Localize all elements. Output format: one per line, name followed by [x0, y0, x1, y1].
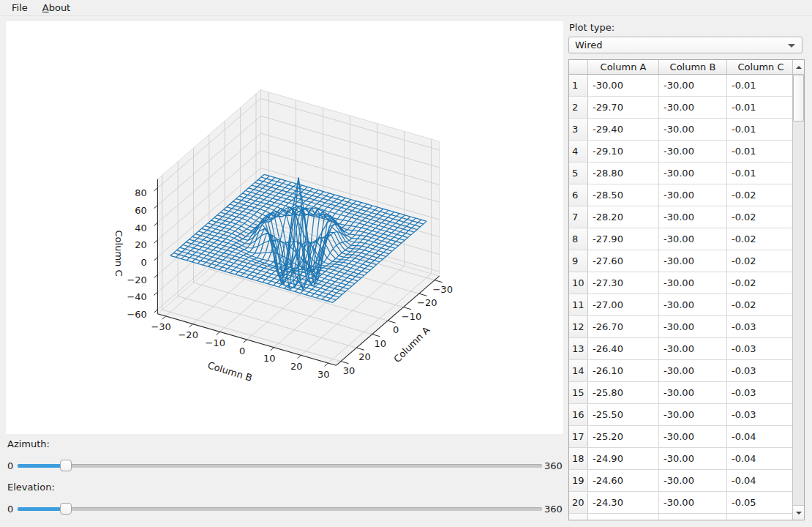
table-row[interactable]: 5-28.80-30.00-0.01: [569, 162, 794, 184]
table-cell[interactable]: -25.20: [588, 426, 659, 447]
azimuth-slider[interactable]: [18, 460, 542, 471]
table-cell[interactable]: -30.00: [659, 382, 727, 403]
table-row[interactable]: 14-26.10-30.00-0.03: [569, 360, 794, 382]
table-row[interactable]: 8-27.90-30.00-0.02: [569, 228, 794, 250]
table-row[interactable]: 6-28.50-30.00-0.02: [569, 184, 794, 206]
table-cell[interactable]: -0.01: [727, 75, 794, 96]
table-cell[interactable]: -30.00: [659, 250, 727, 272]
table-cell[interactable]: -27.90: [588, 228, 659, 250]
table-cell[interactable]: -30.00: [588, 75, 659, 96]
table-row[interactable]: 9-27.60-30.00-0.02: [569, 250, 794, 272]
azimuth-slider-track[interactable]: [18, 464, 542, 468]
table-cell[interactable]: -30.00: [659, 294, 727, 315]
table-cell[interactable]: -27.30: [588, 272, 659, 294]
table-cell[interactable]: -0.02: [727, 228, 794, 250]
table-cell[interactable]: -27.60: [588, 250, 659, 272]
table-cell[interactable]: [659, 514, 727, 520]
row-number[interactable]: 20: [569, 492, 588, 513]
table-cell[interactable]: [727, 514, 794, 520]
table-row[interactable]: 17-25.20-30.00-0.04: [569, 426, 794, 448]
table-cell[interactable]: [588, 514, 659, 520]
table-cell[interactable]: -26.70: [588, 316, 659, 337]
row-number[interactable]: 19: [569, 470, 588, 491]
table-cell[interactable]: -30.00: [659, 228, 727, 250]
menu-item-file[interactable]: File: [4, 1, 35, 14]
table-cell[interactable]: -29.70: [588, 97, 659, 118]
table-cell[interactable]: -0.01: [727, 119, 794, 140]
menu-item-about[interactable]: About: [35, 1, 78, 14]
table-cell[interactable]: -30.00: [659, 404, 727, 425]
table-cell[interactable]: -28.80: [588, 162, 659, 184]
table-cell[interactable]: -28.20: [588, 206, 659, 228]
table-row[interactable]: 4-29.10-30.00-0.01: [569, 141, 794, 162]
elevation-slider-track[interactable]: [18, 507, 542, 511]
table-row[interactable]: 13-26.40-30.00-0.03: [569, 338, 794, 360]
table-cell[interactable]: -29.10: [588, 141, 659, 162]
table-cell[interactable]: -30.00: [659, 426, 727, 447]
table-cell[interactable]: -30.00: [659, 470, 727, 491]
row-number[interactable]: 4: [569, 141, 588, 162]
row-number[interactable]: 11: [569, 294, 588, 315]
table-row[interactable]: 19-24.60-30.00-0.04: [569, 470, 794, 492]
table-cell[interactable]: -0.01: [727, 97, 794, 118]
table-row[interactable]: 1-30.00-30.00-0.01: [569, 75, 794, 97]
table-header-column-c[interactable]: Column C: [727, 60, 794, 74]
table-cell[interactable]: -30.00: [659, 448, 727, 469]
table-cell[interactable]: -28.50: [588, 184, 659, 206]
plot-canvas[interactable]: −30−20−100102030−30−20−10010203080604020…: [6, 21, 563, 434]
row-number[interactable]: 3: [569, 119, 588, 140]
table-vertical-scrollbar[interactable]: [792, 60, 804, 520]
row-number[interactable]: 6: [569, 184, 588, 206]
table-cell[interactable]: -30.00: [659, 162, 727, 184]
table-cell[interactable]: -0.05: [727, 492, 794, 513]
table-header-column-a[interactable]: Column A: [588, 60, 659, 74]
table-cell[interactable]: -26.10: [588, 360, 659, 381]
table-cell[interactable]: -25.50: [588, 404, 659, 425]
row-number[interactable]: 2: [569, 97, 588, 118]
row-number[interactable]: [569, 514, 588, 520]
row-number[interactable]: 17: [569, 426, 588, 447]
table-cell[interactable]: -30.00: [659, 316, 727, 337]
table-row[interactable]: 18-24.90-30.00-0.04: [569, 448, 794, 470]
row-number[interactable]: 13: [569, 338, 588, 359]
row-number[interactable]: 18: [569, 448, 588, 469]
table-cell[interactable]: -27.00: [588, 294, 659, 315]
table-cell[interactable]: -30.00: [659, 206, 727, 228]
row-number[interactable]: 14: [569, 360, 588, 381]
table-cell[interactable]: -0.04: [727, 448, 794, 469]
table-row[interactable]: 20-24.30-30.00-0.05: [569, 492, 794, 514]
plot-type-combobox[interactable]: Wired: [568, 37, 802, 53]
table-row[interactable]: 11-27.00-30.00-0.02: [569, 294, 794, 316]
row-number[interactable]: 5: [569, 162, 588, 184]
table-cell[interactable]: -0.01: [727, 162, 794, 184]
table-cell[interactable]: -24.90: [588, 448, 659, 469]
row-number[interactable]: 16: [569, 404, 588, 425]
table-cell[interactable]: -0.02: [727, 272, 794, 294]
table-cell[interactable]: -0.03: [727, 360, 794, 381]
table-cell[interactable]: -30.00: [659, 119, 727, 140]
row-number[interactable]: 12: [569, 316, 588, 337]
table-row[interactable]: 15-25.80-30.00-0.03: [569, 382, 794, 404]
table-cell[interactable]: -25.80: [588, 382, 659, 403]
table-cell[interactable]: -30.00: [659, 97, 727, 118]
table-header-column-b[interactable]: Column B: [659, 60, 727, 74]
table-row[interactable]: 16-25.50-30.00-0.03: [569, 404, 794, 426]
table-cell[interactable]: -30.00: [659, 184, 727, 206]
table-cell[interactable]: -0.01: [727, 141, 794, 162]
table-cell[interactable]: -30.00: [659, 338, 727, 359]
elevation-slider-handle[interactable]: [60, 503, 72, 515]
table-row[interactable]: 10-27.30-30.00-0.02: [569, 272, 794, 294]
azimuth-slider-handle[interactable]: [60, 460, 72, 471]
table-cell[interactable]: -30.00: [659, 141, 727, 162]
table-row-partial[interactable]: [569, 514, 794, 520]
table-cell[interactable]: -24.60: [588, 470, 659, 491]
table-cell[interactable]: -0.03: [727, 316, 794, 337]
row-number[interactable]: 15: [569, 382, 588, 403]
table-row[interactable]: 2-29.70-30.00-0.01: [569, 97, 794, 119]
table-cell[interactable]: -0.03: [727, 404, 794, 425]
scroll-down-button[interactable]: [793, 505, 804, 520]
row-number[interactable]: 1: [569, 75, 588, 96]
table-row[interactable]: 12-26.70-30.00-0.03: [569, 316, 794, 338]
scroll-up-button[interactable]: [793, 60, 804, 75]
table-cell[interactable]: -0.04: [727, 470, 794, 491]
